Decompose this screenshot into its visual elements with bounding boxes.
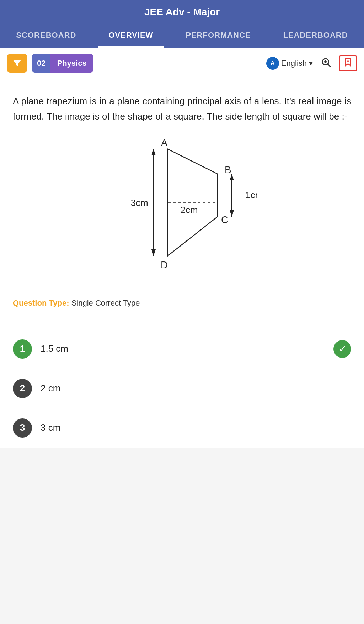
bookmark-icon xyxy=(343,58,353,67)
tab-performance[interactable]: PERFORMANCE xyxy=(175,24,261,48)
subject-number: 02 xyxy=(32,54,50,73)
option-number-3: 3 xyxy=(13,418,32,438)
svg-line-1 xyxy=(328,64,331,67)
language-button[interactable]: A English ▾ xyxy=(266,57,313,70)
svg-text:3cm: 3cm xyxy=(130,197,148,208)
tab-overview[interactable]: OVERVIEW xyxy=(98,24,164,48)
zoom-icon xyxy=(321,57,331,68)
question-type-row: Question Type: Single Correct Type xyxy=(13,298,351,308)
bookmark-button[interactable] xyxy=(339,55,357,71)
svg-text:D: D xyxy=(161,259,168,270)
svg-marker-8 xyxy=(151,149,156,155)
filter-icon xyxy=(12,58,22,68)
correct-check-icon: ✓ xyxy=(333,340,351,358)
question-text: A plane trapezium is in a plane containi… xyxy=(13,94,351,124)
option-text-1: 1.5 cm xyxy=(41,343,325,354)
language-label: English xyxy=(281,59,307,68)
svg-text:A: A xyxy=(161,137,168,148)
zoom-button[interactable] xyxy=(318,55,334,72)
option-number-1: 1 xyxy=(13,339,32,359)
filter-button[interactable] xyxy=(7,54,27,73)
option-text-2: 2 cm xyxy=(41,383,351,394)
svg-marker-12 xyxy=(230,210,234,217)
subject-badge[interactable]: 02 Physics xyxy=(32,54,93,73)
svg-marker-9 xyxy=(151,249,156,256)
diagram-container: A B C D 3cm 1cm 2cm xyxy=(13,135,351,288)
language-icon: A xyxy=(266,57,279,70)
question-type-value: Single Correct Type xyxy=(71,298,140,307)
svg-text:C: C xyxy=(221,214,228,225)
svg-text:2cm: 2cm xyxy=(180,205,198,215)
option-number-2: 2 xyxy=(13,379,32,398)
app-title: JEE Adv - Major xyxy=(0,6,364,24)
question-divider xyxy=(13,313,351,313)
option-text-3: 3 cm xyxy=(41,422,351,433)
svg-text:1cm: 1cm xyxy=(245,190,257,200)
tab-leaderboard[interactable]: LEADERBOARD xyxy=(272,24,358,48)
subject-name: Physics xyxy=(50,54,93,73)
option-row-3[interactable]: 3 3 cm xyxy=(13,408,351,448)
question-card: A plane trapezium is in a plane containi… xyxy=(0,79,364,329)
option-row-1[interactable]: 1 1.5 cm ✓ xyxy=(13,329,351,369)
svg-text:B: B xyxy=(225,164,231,175)
option-row-2[interactable]: 2 2 cm xyxy=(13,369,351,408)
tab-scoreboard[interactable]: SCOREBOARD xyxy=(5,24,87,48)
filter-bar: 02 Physics A English ▾ xyxy=(0,48,364,79)
app-header: JEE Adv - Major SCOREBOARD OVERVIEW PERF… xyxy=(0,0,364,48)
trapezium-diagram: A B C D 3cm 1cm 2cm xyxy=(107,135,257,288)
options-container: 1 1.5 cm ✓ 2 2 cm 3 3 cm xyxy=(0,329,364,448)
nav-tabs: SCOREBOARD OVERVIEW PERFORMANCE LEADERBO… xyxy=(0,24,364,48)
question-type-label: Question Type: xyxy=(13,298,69,307)
chevron-down-icon: ▾ xyxy=(309,59,313,68)
